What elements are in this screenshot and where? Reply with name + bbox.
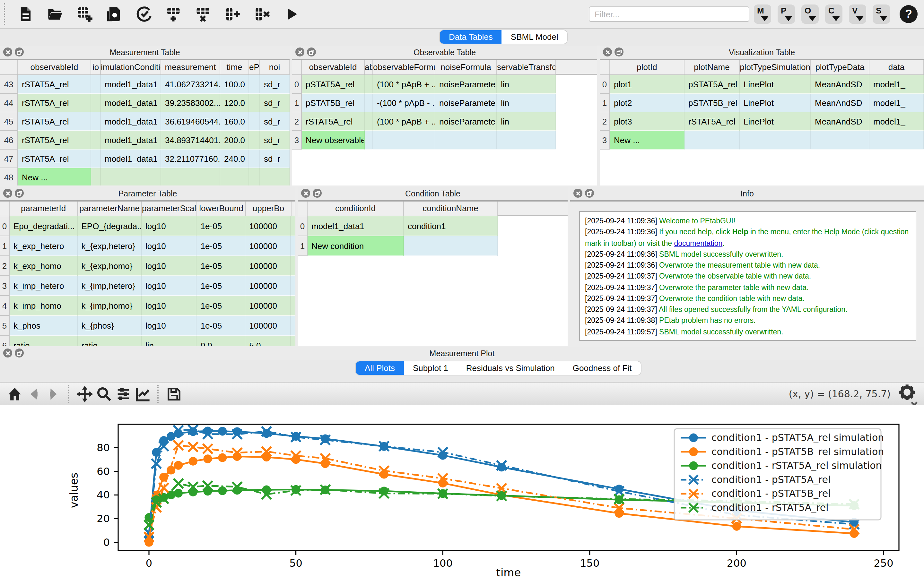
- column-header[interactable]: data: [869, 60, 924, 74]
- table-cell[interactable]: sd_r: [260, 112, 290, 131]
- table-cell[interactable]: log10: [142, 296, 197, 316]
- column-header[interactable]: noiseFormula: [435, 60, 497, 74]
- column-header[interactable]: parameterScale: [142, 201, 197, 216]
- table-cell[interactable]: k_imp_homo: [10, 296, 78, 316]
- close-icon[interactable]: [603, 47, 612, 56]
- table-cell[interactable]: rSTAT5A_rel: [18, 94, 91, 112]
- table-cell[interactable]: 100000: [245, 216, 291, 236]
- table-cell[interactable]: [91, 94, 101, 112]
- table-cell[interactable]: [365, 75, 373, 94]
- row-number[interactable]: 0: [292, 75, 302, 94]
- table-cell[interactable]: [91, 150, 101, 168]
- table-cell[interactable]: sd_r: [260, 94, 290, 112]
- column-header[interactable]: plotTypeSimulation: [740, 60, 811, 74]
- column-header[interactable]: observableId: [18, 60, 91, 74]
- row-number[interactable]: 1: [600, 94, 610, 112]
- table-cell[interactable]: lin: [142, 336, 197, 346]
- table-cell[interactable]: rSTAT5A_rel: [18, 112, 91, 131]
- check-petab-icon[interactable]: [135, 5, 152, 23]
- table-cell[interactable]: [404, 236, 498, 256]
- column-header[interactable]: parameterId: [10, 201, 78, 216]
- table-cell[interactable]: k_imp_hetero: [10, 276, 78, 296]
- row-number[interactable]: 45: [0, 112, 18, 131]
- table-cell[interactable]: [373, 131, 435, 150]
- table-cell[interactable]: [291, 316, 295, 336]
- table-cell[interactable]: 1e-05: [197, 256, 246, 276]
- column-header[interactable]: ab: [365, 60, 373, 74]
- table-cell[interactable]: (100 * pApB + ...: [373, 75, 435, 94]
- save-figure-icon[interactable]: [164, 384, 184, 404]
- table-cell[interactable]: log10: [142, 236, 197, 256]
- table-cell[interactable]: log10: [142, 216, 197, 236]
- save-tables-icon[interactable]: [105, 5, 123, 23]
- column-header[interactable]: plotId: [610, 60, 684, 74]
- table-cell[interactable]: 1: [291, 236, 295, 256]
- row-number[interactable]: 47: [0, 150, 18, 168]
- delete-column-icon[interactable]: [253, 5, 270, 23]
- table-cell[interactable]: ratio: [77, 336, 142, 346]
- table-cell[interactable]: k_{exp,hetero}: [77, 236, 142, 256]
- column-header[interactable]: io: [91, 60, 101, 74]
- table-cell[interactable]: [365, 131, 373, 150]
- row-number[interactable]: 1: [292, 94, 302, 112]
- line-chart[interactable]: 050100150200250020406080timevaluescondit…: [0, 405, 924, 577]
- table-cell[interactable]: 0.0: [197, 336, 246, 346]
- column-header[interactable]: imulationConditionI: [101, 60, 161, 74]
- table-cell[interactable]: 100000: [245, 316, 291, 336]
- row-number[interactable]: 48: [0, 168, 18, 185]
- filter-toggle-c[interactable]: C: [825, 5, 842, 24]
- table-cell[interactable]: [249, 131, 260, 150]
- table-cell[interactable]: [291, 336, 295, 346]
- table-cell[interactable]: [684, 131, 740, 150]
- undock-icon[interactable]: [585, 189, 594, 198]
- row-number[interactable]: 5: [0, 316, 10, 336]
- table-cell[interactable]: condition1: [404, 216, 498, 236]
- plot-tab-goodness-of-fit[interactable]: Goodness of Fit: [564, 361, 641, 375]
- table-cell[interactable]: LinePlot: [740, 75, 811, 94]
- close-icon[interactable]: [3, 47, 12, 56]
- table-cell[interactable]: [91, 168, 101, 185]
- table-cell[interactable]: 41.062733214...: [161, 75, 220, 94]
- column-header[interactable]: conditionId: [308, 201, 404, 216]
- table-cell[interactable]: [291, 276, 295, 296]
- table-cell[interactable]: [365, 94, 373, 112]
- row-number[interactable]: 0: [0, 216, 10, 236]
- home-icon[interactable]: [5, 384, 24, 404]
- table-cell[interactable]: 120.0: [220, 94, 249, 112]
- table-cell[interactable]: [249, 168, 260, 185]
- table-cell[interactable]: 39.23583002...: [161, 94, 220, 112]
- table-cell[interactable]: log10: [142, 276, 197, 296]
- column-header[interactable]: parameterName: [78, 201, 142, 216]
- row-number[interactable]: 3: [0, 276, 10, 296]
- open-folder-icon[interactable]: [46, 5, 64, 23]
- table-cell[interactable]: [249, 75, 260, 94]
- table-cell[interactable]: model1_data1: [101, 75, 161, 94]
- table-cell[interactable]: [249, 94, 260, 112]
- column-header[interactable]: time: [220, 60, 249, 74]
- table-cell[interactable]: model1_data1: [101, 112, 161, 131]
- table-cell[interactable]: log10: [142, 316, 197, 336]
- table-cell[interactable]: 100000: [245, 236, 291, 256]
- row-number[interactable]: 2: [600, 112, 610, 131]
- row-number[interactable]: 3: [600, 131, 610, 150]
- undock-icon[interactable]: [15, 47, 24, 56]
- subplots-icon[interactable]: [114, 384, 133, 404]
- table-cell[interactable]: pSTAT5B_rel: [302, 94, 365, 112]
- column-header[interactable]: plotTypeData: [811, 60, 869, 74]
- table-cell[interactable]: rSTAT5A_rel: [302, 112, 365, 131]
- filter-toggle-o[interactable]: O: [801, 5, 819, 24]
- plot-options-button[interactable]: [897, 383, 919, 405]
- table-cell[interactable]: k_{imp,homo}: [77, 296, 142, 316]
- column-header[interactable]: [292, 201, 295, 216]
- filter-input[interactable]: [589, 6, 749, 22]
- undock-icon[interactable]: [307, 47, 316, 56]
- undock-icon[interactable]: [15, 189, 24, 198]
- filter-toggle-p[interactable]: P: [777, 5, 795, 24]
- table-cell[interactable]: 100000: [245, 296, 291, 316]
- table-cell[interactable]: 100000: [245, 256, 291, 276]
- close-icon[interactable]: [573, 189, 582, 198]
- zoom-icon[interactable]: [94, 384, 114, 404]
- forward-icon[interactable]: [44, 384, 63, 404]
- undock-icon[interactable]: [614, 47, 624, 56]
- table-cell[interactable]: log10: [142, 256, 197, 276]
